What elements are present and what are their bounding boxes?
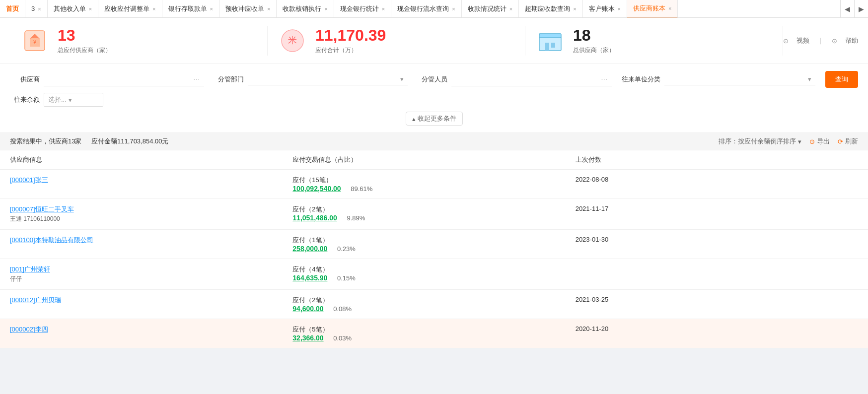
overdue-close[interactable]: × — [573, 6, 576, 12]
supplier-close[interactable]: × — [668, 5, 671, 11]
header-right-actions: ⊙ 视频 ｜ ⊙ 帮助 — [783, 36, 858, 45]
sort-label: 排序：按应付余额倒序排序 — [719, 137, 796, 146]
nav-tab-overdue[interactable]: 超期应收款查询 × — [519, 0, 582, 18]
nav-tab-customer[interactable]: 客户账本 × — [583, 0, 627, 18]
supplier-link-6[interactable]: [000002]李四 — [10, 325, 292, 334]
svg-text:米: 米 — [288, 35, 297, 45]
svg-rect-9 — [551, 43, 555, 48]
supplier-ledger-label: 供应商账本 — [633, 4, 665, 13]
last-pay-3: 2023-01-30 — [576, 236, 858, 243]
nav-arrow-left[interactable]: ◀ — [840, 0, 854, 18]
stats-header: ¥ 13 总应付供应商（家） 米 11,170.39 应付合计（万） — [0, 18, 868, 64]
filter-category: 往来单位分类 ▾ — [622, 73, 816, 85]
supplier-filter-label: 供应商 — [10, 75, 40, 84]
receipt-close[interactable]: × — [324, 6, 327, 12]
tx-percent-1: 89.61% — [351, 185, 372, 193]
tx-amount-5[interactable]: 94,600.00 — [292, 305, 323, 313]
supplier-link-2[interactable]: [000007]恒旺二手叉车 — [10, 205, 292, 214]
tx-amount-6[interactable]: 32,366.00 — [292, 334, 323, 342]
nav-tab-ar-ap[interactable]: 应收应付调整单 × — [98, 0, 162, 18]
category-select[interactable]: ▾ — [664, 73, 816, 85]
tx-amount-1[interactable]: 100,092,540.00 — [292, 185, 341, 193]
supplier-link-4[interactable]: [001]广州荣轩 — [10, 265, 292, 274]
refresh-label: 刷新 — [845, 137, 858, 146]
other-income-close[interactable]: × — [89, 6, 92, 12]
nav-tab-bank[interactable]: 银行存取款单 × — [162, 0, 219, 18]
stat-block-amount: 米 11,170.39 应付合计（万） — [268, 26, 525, 56]
filter-balance: 往来余额 选择... ▾ — [10, 93, 159, 107]
supplier-input[interactable]: ··· — [44, 73, 204, 86]
filter-person: 分管人员 ··· — [418, 73, 612, 86]
col-header-lastpay: 上次付数 — [576, 155, 858, 164]
divider: ｜ — [817, 36, 824, 45]
supplier-link-1[interactable]: [000001]张三 — [10, 176, 292, 185]
sort-dropdown[interactable]: 排序：按应付余额倒序排序 ▾ — [719, 137, 801, 146]
nav-tab-cash-flow[interactable]: 现金银行流水查询 × — [391, 0, 461, 18]
bank-close[interactable]: × — [210, 6, 213, 12]
nav-tab-receipt[interactable]: 收款核销执行 × — [277, 0, 334, 18]
results-bar: 搜索结果中，供应商13家 应付金额111,703,854.00元 排序：按应付余… — [0, 133, 868, 150]
filter-row-2: 往来余额 选择... ▾ — [10, 93, 858, 107]
receipt-label: 收款核销执行 — [283, 4, 321, 13]
export-label: 导出 — [817, 137, 830, 146]
last-pay-2: 2021-11-17 — [576, 205, 858, 212]
tx-amount-3[interactable]: 258,000.00 — [292, 245, 327, 253]
prepay-close[interactable]: × — [267, 6, 270, 12]
supplier-link-3[interactable]: [000100]本特勒油品有限公司 — [10, 236, 292, 245]
nav-tab-3[interactable]: 3 × — [25, 0, 48, 18]
supplier-link-5[interactable]: [000012]广州贝瑞 — [10, 296, 292, 305]
nav-arrow-right[interactable]: ▶ — [854, 0, 868, 18]
stat-block-suppliers: ¥ 13 总应付供应商（家） — [10, 26, 268, 56]
total-supplier-label: 总供应商（家） — [573, 46, 615, 55]
dept-chevron: ▾ — [400, 75, 404, 83]
help-link[interactable]: 帮助 — [845, 36, 858, 45]
tx-amount-row-5: 94,600.00 0.08% — [292, 305, 575, 313]
refresh-button[interactable]: ⟳ 刷新 — [838, 137, 858, 146]
customer-close[interactable]: × — [618, 6, 621, 12]
stat-info-total: 18 总供应商（家） — [573, 27, 615, 55]
prepay-label: 预收冲应收单 — [225, 4, 264, 13]
last-pay-6: 2020-11-20 — [576, 325, 858, 332]
nav-tab-receipt-stat[interactable]: 收款情况统计 × — [462, 0, 519, 18]
nav-tab-home[interactable]: 首页 — [0, 0, 25, 18]
collapse-button[interactable]: ▴ 收起更多条件 — [406, 112, 463, 126]
tx-amount-4[interactable]: 164,635.90 — [292, 274, 327, 282]
receipt-stat-label: 收款情况统计 — [468, 4, 506, 13]
refresh-icon: ⟳ — [838, 138, 843, 145]
person-input[interactable]: ··· — [451, 73, 612, 86]
ar-ap-close[interactable]: × — [152, 6, 155, 12]
video-link[interactable]: 视频 — [796, 36, 809, 45]
filter-dept: 分管部门 ▾ — [214, 73, 408, 85]
supplier-count-label: 总应付供应商（家） — [58, 46, 111, 55]
col-header-tx: 应付交易信息（占比） — [292, 155, 575, 164]
supplier-sub-4: 仔仔 — [10, 275, 292, 283]
cash-stat-label: 现金银行统计 — [340, 4, 379, 13]
nav-tab-cash-stat[interactable]: 现金银行统计 × — [334, 0, 391, 18]
supplier-info-1: [000001]张三 — [10, 176, 292, 185]
category-filter-label: 往来单位分类 — [622, 75, 660, 84]
balance-select[interactable]: 选择... ▾ — [44, 93, 103, 107]
nav-tab-supplier[interactable]: 供应商账本 × — [627, 0, 678, 18]
nav-tab-other-income[interactable]: 其他收入单 × — [48, 0, 98, 18]
tx-amount-row-6: 32,366.00 0.03% — [292, 334, 575, 342]
col-header-supplier: 供应商信息 — [10, 155, 292, 164]
table-header: 供应商信息 应付交易信息（占比） 上次付数 — [0, 150, 868, 170]
nav-tab-prepay[interactable]: 预收冲应收单 × — [219, 0, 277, 18]
cash-flow-close[interactable]: × — [452, 6, 455, 12]
supplier-stat-icon: ¥ — [20, 26, 50, 56]
tx-info-3: 应付（1笔） 258,000.00 0.23% — [292, 236, 575, 253]
filter-row-1: 供应商 ··· 分管部门 ▾ 分管人员 ··· 往来单位分类 ▾ 查询 — [10, 71, 858, 88]
table-row: [001]广州荣轩 仔仔 应付（4笔） 164,635.90 0.15% — [0, 259, 868, 290]
person-dots: ··· — [601, 75, 607, 84]
tx-amount-2[interactable]: 11,051,486.00 — [292, 214, 337, 222]
table-row: [000012]广州贝瑞 应付（2笔） 94,600.00 0.08% 2021… — [0, 290, 868, 319]
collapse-row: ▴ 收起更多条件 — [10, 112, 858, 126]
tx-percent-2: 9.89% — [347, 214, 365, 222]
dept-select[interactable]: ▾ — [248, 73, 408, 85]
cash-stat-close[interactable]: × — [382, 6, 385, 12]
filter-supplier: 供应商 ··· — [10, 73, 204, 86]
search-button[interactable]: 查询 — [825, 71, 858, 88]
receipt-stat-close[interactable]: × — [509, 6, 512, 12]
tab-3-close[interactable]: × — [38, 6, 41, 12]
export-button[interactable]: ⊙ 导出 — [809, 137, 830, 146]
